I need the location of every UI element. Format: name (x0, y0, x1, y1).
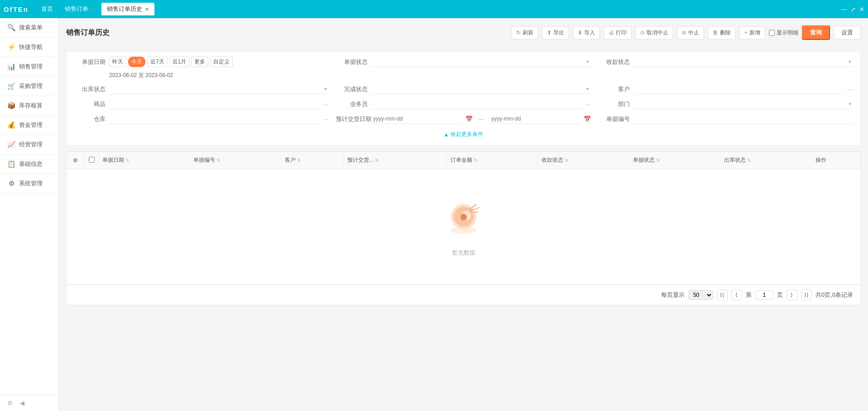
complete-status-select-wrap[interactable] (371, 84, 591, 94)
sidebar-item-6[interactable]: 📈经营管理 (0, 135, 58, 155)
main-layout: 🔍搜索菜单⚡快捷导航📊销售管理🛒采购管理📦库存核算💰资金管理📈经营管理📋基础信息… (0, 18, 868, 411)
delivery-status-select[interactable] (109, 84, 329, 94)
warehouse-input[interactable] (109, 114, 320, 124)
th-订单金额[interactable]: 订单金额⇅ (446, 152, 538, 169)
per-page-label: 每页显示 (661, 291, 685, 299)
toolbar-btn-打印[interactable]: 🖨打印 (604, 26, 632, 39)
date-btn-7days[interactable]: 近7天 (147, 57, 168, 67)
sort-icon[interactable]: ⇅ (125, 158, 129, 163)
gear-icon[interactable]: ⚙ (73, 157, 78, 164)
next-page-btn[interactable]: ⟩ (786, 290, 797, 300)
toolbar: ↻刷新⬆导出⬇导入🖨打印⊙取消中止⊘中止🗑删除+新增 显示明细 查询 设置 (511, 25, 861, 40)
order-status-select-wrap[interactable] (371, 57, 591, 67)
product-input[interactable] (109, 99, 320, 109)
expected-date-to[interactable] (489, 114, 580, 124)
toolbar-btn-中止[interactable]: ⊘中止 (677, 26, 704, 39)
customer-input[interactable] (633, 84, 844, 94)
warehouse-dots[interactable]: ··· (323, 116, 329, 123)
sidebar-item-2[interactable]: 📊销售管理 (0, 57, 58, 77)
th-settings[interactable]: ⚙ (67, 152, 85, 169)
th-checkbox[interactable] (85, 152, 98, 169)
settings-button[interactable]: 设置 (834, 26, 861, 39)
minimize-icon[interactable]: — (841, 6, 847, 13)
toolbar-btn-删除[interactable]: 🗑删除 (708, 26, 736, 39)
salesperson-input[interactable] (371, 99, 582, 109)
prev-page-btn[interactable]: ⟨ (731, 290, 742, 300)
date-btn-today[interactable]: 今天 (128, 57, 145, 67)
sidebar-item-3[interactable]: 🛒采购管理 (0, 77, 58, 96)
customer-dots[interactable]: ··· (848, 86, 853, 93)
sort-icon[interactable]: ⇅ (375, 158, 379, 163)
collapse-button[interactable]: ▲ 收起更多条件 (74, 129, 853, 140)
filter-row-1: 单据日期 昨天 今天 近7天 近1月 更多 自定义 单据状态 (74, 57, 853, 67)
sidebar-item-8[interactable]: ⚙系统管理 (0, 174, 58, 193)
tab-close-icon[interactable]: ✕ (145, 6, 149, 12)
th-单据日期[interactable]: 单据日期⇅ (98, 152, 190, 169)
collapse-sidebar-icon[interactable]: ◀ (20, 400, 24, 406)
settings-icon[interactable]: ⚙ (7, 400, 13, 406)
sort-icon[interactable]: ⇅ (656, 158, 660, 163)
product-label: 商品 (74, 100, 106, 108)
date-btn-custom[interactable]: 自定义 (210, 57, 233, 67)
date-btn-1month[interactable]: 近1月 (169, 57, 190, 67)
page-number-input[interactable] (755, 290, 773, 300)
sort-icon[interactable]: ⇅ (565, 158, 568, 163)
order-status-select[interactable] (371, 57, 591, 67)
sort-icon[interactable]: ⇅ (474, 158, 477, 163)
sidebar-item-7[interactable]: 📋基础信息 (0, 155, 58, 174)
tab-销售订单历史[interactable]: 销售订单历史✕ (101, 3, 154, 15)
date-btn-yesterday[interactable]: 昨天 (109, 57, 126, 67)
last-page-btn[interactable]: ⟩⟩ (801, 290, 812, 300)
delivery-status-select-wrap[interactable] (109, 84, 329, 94)
th-客户[interactable]: 客户⇅ (281, 152, 343, 169)
salesperson-dots[interactable]: ··· (585, 101, 591, 108)
sort-icon[interactable]: ⇅ (747, 158, 751, 163)
sidebar-item-0[interactable]: 🔍搜索菜单 (0, 18, 58, 38)
dept-select[interactable] (633, 99, 853, 109)
dept-select-wrap[interactable] (633, 99, 853, 109)
product-dots[interactable]: ··· (323, 101, 329, 108)
expected-date-from[interactable] (371, 114, 462, 124)
tab-首页[interactable]: 首页 (36, 3, 58, 15)
sort-icon[interactable]: ⇅ (297, 158, 301, 163)
sidebar-label-4: 库存核算 (19, 102, 43, 110)
empty-text: 暂无数据 (452, 249, 475, 257)
toolbar-btn-刷新[interactable]: ↻刷新 (511, 26, 538, 39)
svg-point-4 (460, 214, 467, 220)
sidebar-item-1[interactable]: ⚡快捷导航 (0, 38, 58, 57)
tab-销售订单[interactable]: 销售订单✕ (59, 3, 101, 15)
th-单据状态[interactable]: 单据状态⇅ (629, 152, 720, 169)
th-收款状态[interactable]: 收款状态⇅ (538, 152, 629, 169)
complete-status-select[interactable] (371, 84, 591, 94)
th-单据编号[interactable]: 单据编号⇅ (190, 152, 281, 169)
close-window-icon[interactable]: ✕ (859, 6, 864, 13)
expand-icon[interactable]: ⤢ (851, 6, 856, 13)
filter-customer: 客户 ··· (598, 84, 853, 94)
payment-status-select[interactable] (633, 57, 853, 67)
first-page-btn[interactable]: ⟨⟨ (717, 290, 728, 300)
sidebar-item-5[interactable]: 💰资金管理 (0, 116, 58, 135)
filter-order-status: 单据状态 (336, 57, 591, 67)
display-columns-checkbox[interactable] (769, 30, 775, 36)
toolbar-btn-新增[interactable]: +新增 (739, 26, 765, 39)
th-出库状态[interactable]: 出库状态⇅ (720, 152, 812, 169)
display-columns-toggle[interactable]: 显示明细 (769, 29, 798, 37)
filter-row-2: 出库状态 完成状态 客户 ··· (74, 84, 853, 94)
order-no-input[interactable] (633, 114, 853, 124)
query-button[interactable]: 查询 (802, 25, 830, 40)
select-all-checkbox[interactable] (89, 157, 95, 163)
per-page-select[interactable]: 501020100 (688, 290, 713, 300)
sidebar-item-4[interactable]: 📦库存核算 (0, 96, 58, 116)
calendar-icon-to[interactable]: 📅 (584, 116, 591, 122)
tab-label: 销售订单历史 (107, 5, 142, 13)
payment-status-select-wrap[interactable] (633, 57, 853, 67)
tab-close-icon[interactable]: ✕ (91, 6, 95, 12)
sidebar-label-1: 快捷导航 (19, 43, 43, 51)
date-btn-more[interactable]: 更多 (191, 57, 208, 67)
th-预计交货...[interactable]: 预计交货...⇅ (343, 152, 446, 169)
toolbar-btn-导入[interactable]: ⬇导入 (573, 26, 600, 39)
toolbar-btn-导出[interactable]: ⬆导出 (542, 26, 569, 39)
calendar-icon-from[interactable]: 📅 (465, 116, 473, 122)
sort-icon[interactable]: ⇅ (216, 158, 220, 163)
toolbar-btn-取消中止[interactable]: ⊙取消中止 (635, 26, 673, 39)
